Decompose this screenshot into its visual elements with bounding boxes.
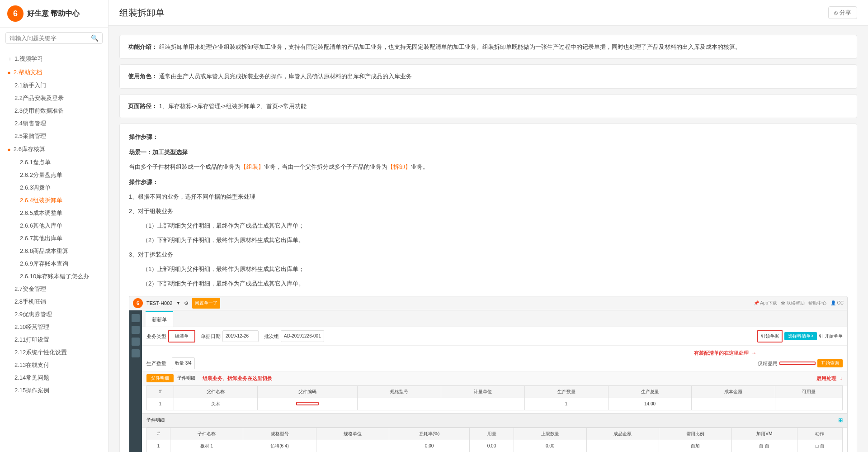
lcol-loss: 损耗率(%) — [389, 428, 469, 440]
screenshot-form-header: 业务类型 组装单 单据日期 2019-12-26 — [142, 327, 847, 346]
sidebar-item-video[interactable]: ＋ 1.视频学习 — [0, 52, 108, 66]
scene1-title: 场景一：加工类型选择 — [129, 147, 848, 158]
sidebar-item-beginner[interactable]: 2.1新手入门 — [0, 79, 108, 92]
sidebar-item-assembly[interactable]: 2.6.4组装拆卸单 — [0, 194, 108, 207]
child-table: # 子件名称 规格型号 规格单位 损耗率(%) 用量 上限数量 成品金额 — [146, 428, 843, 452]
steps-content: 操作步骤： 场景一：加工类型选择 当由多个子件材料组装成一个成品的业务为【组装】… — [119, 124, 857, 452]
sidebar-item-prepare[interactable]: 2.3使用前数据准备 — [0, 105, 108, 117]
screenshot-tabs: 新新单 — [142, 310, 847, 327]
sidebar-item-custom[interactable]: 2.12系统个性化设置 — [0, 346, 108, 359]
screenshot-date-field: 单据日期 2019-12-26 — [201, 330, 259, 342]
table-row: 1 关术 1 14.00 — [147, 398, 843, 410]
collapse-icon: ● — [7, 146, 11, 153]
screenshot-bom-field: 引领单据 选择料清单> 引 开始单单 — [757, 330, 843, 343]
sidebar-item-pay[interactable]: 2.13在线支付 — [0, 359, 108, 371]
sidebar-item-costcalc[interactable]: 2.6.8商品成本重算 — [0, 245, 108, 257]
lcol-spec: 规格型号 — [243, 428, 316, 440]
col-no: # — [147, 386, 174, 398]
step2-subs: （1）上部明细为父件明细，最终作为产成品生成其它入库单； （2）下部明细为子件明… — [142, 220, 848, 246]
lcol-uplimit: 上限数量 — [514, 428, 586, 440]
screenshot-tab-active: 新新单 — [146, 311, 173, 327]
intro-label: 功能介绍： — [128, 43, 157, 50]
sidebar-item-coupon[interactable]: 2.9优惠券管理 — [0, 308, 108, 321]
scene1-desc: 当由多个子件材料组装成一个成品的业务为【组装】业务，当由一个父件拆分成多个子产品… — [129, 161, 848, 173]
share-icon: ⎋ — [834, 10, 838, 16]
screenshot-lower-header: 子件明细 ⊞ — [142, 413, 847, 428]
sidebar-item-splitstocktake[interactable]: 2.6.2分量盘点单 — [0, 169, 108, 181]
step3: 3、对于拆装业务 — [129, 249, 848, 261]
sidebar: 6 好生意 帮助中心 🔍 ＋ 1.视频学习 ● 2.帮助文档 2.1新手入门 2… — [0, 0, 108, 452]
lcell-unit-1 — [316, 440, 389, 452]
expand-lower-icon: ⊞ — [838, 415, 843, 426]
page-title: 组装拆卸单 — [119, 7, 165, 19]
sidebar-item-install[interactable]: 2.2产品安装及登录 — [0, 92, 108, 105]
path-label: 页面路径： — [128, 103, 157, 109]
assembly-highlight: 【组装】 — [241, 163, 264, 170]
arrow-right: → — [750, 347, 757, 359]
nav-tree: ＋ 1.视频学习 ● 2.帮助文档 2.1新手入门 2.2产品安装及登录 2.3… — [0, 48, 108, 452]
search-box[interactable]: 🔍 — [5, 32, 103, 44]
step2-sub1: （1）上部明细为父件明细，最终作为产成品生成其它入库单； — [142, 220, 848, 232]
lcell-vm-1: 自 自 — [731, 440, 797, 452]
path-box: 页面路径： 1、库存核算->库存管理->组装拆卸单 2、首页->常用功能 — [119, 94, 857, 118]
sidebar-icon-2 — [132, 326, 140, 334]
cell-avail — [775, 398, 843, 410]
date-value: 2019-12-26 — [222, 330, 259, 342]
sidebar-item-inventory[interactable]: ● 2.6库存核算 — [0, 143, 108, 156]
main-area: 组装拆卸单 ⎋ 分享 功能介绍： 组装拆卸单用来处理企业组装或拆卸等加工业务，支… — [108, 0, 868, 452]
lcol-cost: 成品金额 — [586, 428, 659, 440]
sidebar-icon-4 — [132, 349, 140, 357]
batch-label: 批次组 — [264, 331, 279, 341]
screenshot-appid: TEST-H002 — [146, 298, 172, 308]
cell-name: 关术 — [174, 398, 258, 410]
steps-label: 操作步骤： — [129, 176, 848, 188]
qty-input: 数量 3/4 — [172, 357, 195, 369]
sidebar-item-stocktake[interactable]: 2.6.1盘点单 — [0, 156, 108, 169]
sidebar-item-stockerr[interactable]: 2.6.10库存账本错了怎么办 — [0, 270, 108, 283]
sidebar-item-stockcheck[interactable]: 2.6.9库存账本查询 — [0, 257, 108, 270]
logo-text: 好生意 帮助中心 — [27, 9, 80, 19]
sidebar-item-mobile[interactable]: 2.8手机旺铺 — [0, 295, 108, 308]
screenshot-form: 新新单 业务类型 组装单 — [142, 310, 847, 452]
sidebar-item-cases[interactable]: 2.15操作案例 — [0, 384, 108, 397]
table-row: 1 板材 1 仿特(6 4) 0.00 0.00 0.00 — [147, 440, 843, 452]
search-input[interactable] — [9, 35, 91, 42]
step3-subs: （1）上部明细为父件明细，最终作为原材料生成其它出库单； （2）下部明细为子件明… — [142, 263, 848, 290]
sidebar-item-transfer[interactable]: 2.6.3调拨单 — [0, 181, 108, 194]
sidebar-item-ops[interactable]: 2.10经营管理 — [0, 321, 108, 333]
cell-code — [257, 398, 357, 410]
sidebar-item-sales[interactable]: 2.4销售管理 — [0, 117, 108, 130]
role-text: 通常由生产人员或库管人员完成拆装业务的操作，库管人员确认原材料的出库和产成品的入… — [159, 73, 412, 80]
cell-cost — [692, 398, 775, 410]
cell-spec — [358, 398, 441, 410]
annotation-3-text: 启用处理 — [816, 376, 836, 381]
screenshot-content: 新新单 业务类型 组装单 — [129, 310, 847, 452]
step2: 2、对于组装业务 — [129, 205, 848, 217]
cell-total: 14.00 — [608, 398, 692, 410]
sidebar-item-otherinbound[interactable]: 2.6.6其他入库单 — [0, 219, 108, 232]
screenshot-logo: 6 — [133, 298, 143, 308]
sidebar-item-otheroutbound[interactable]: 2.6.7其他出库单 — [0, 232, 108, 245]
annotation-1: 有装配清单的在这里处理 → — [694, 347, 757, 359]
share-button[interactable]: ⎋ 分享 — [828, 6, 857, 19]
sidebar-item-finance[interactable]: 2.7资金管理 — [0, 283, 108, 295]
sidebar-item-print[interactable]: 2.11打印设置 — [0, 333, 108, 346]
sidebar-item-costadj[interactable]: 2.6.5成本调整单 — [0, 207, 108, 219]
sidebar-item-purchase[interactable]: 2.5采购管理 — [0, 130, 108, 143]
col-parentcode: 父件编码 — [257, 386, 357, 398]
sidebar-item-label: 2.6库存核算 — [14, 145, 45, 153]
sidebar-item-label: 1.视频学习 — [14, 55, 43, 63]
lcol-no: # — [147, 428, 170, 440]
annotation-row-1: 有装配清单的在这里处理 → — [142, 346, 847, 356]
screenshot-settings-icon: ⚙ — [184, 298, 189, 308]
sidebar-item-docs[interactable]: ● 2.帮助文档 — [0, 66, 108, 79]
annotation-2-text: 组装业务、拆卸业务在这里切换 — [203, 373, 272, 383]
sidebar-item-faq[interactable]: 2.14常见问题 — [0, 371, 108, 384]
screenshot-icons-right: 📌 App下载 ☎ 联络帮助 帮助中心 👤 CC — [754, 299, 844, 308]
screenshot-lower-table: # 子件名称 规格型号 规格单位 损耗率(%) 用量 上限数量 成品金额 — [142, 428, 847, 452]
batch-value: AD-20191226-001 — [281, 330, 324, 342]
collapse-icon: ● — [7, 69, 11, 76]
bom-box: 引领单据 — [757, 330, 783, 343]
section-sub-btn: 子件明细 — [177, 374, 195, 383]
screenshot-upper-table: # 父件名称 父件编码 规格型号 计量单位 生产数量 生产总量 成本金额 — [142, 385, 847, 413]
